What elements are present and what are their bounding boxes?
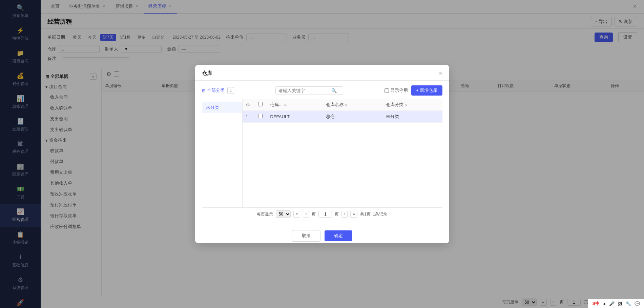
dialog-category-label: 全部分类 — [207, 87, 225, 94]
dialog-actions: 取消 确定 — [195, 225, 449, 243]
dialog-page-word: 页 — [312, 211, 316, 217]
confirm-button[interactable]: 确定 — [325, 230, 352, 241]
dialog-toolbar: ⊞ 全部分类 « 🔍 显示停用 + 新增仓库 — [202, 85, 442, 96]
sort-name-icon: ⇅ — [345, 103, 347, 107]
table-row[interactable]: 1 DEFAULT 总仓 未分类 — [243, 111, 442, 123]
dialog-page-word2: 页 — [335, 211, 339, 217]
taskbar-chat-icon[interactable]: 💬 — [635, 301, 640, 306]
dialog-collapse-btn[interactable]: « — [227, 87, 234, 94]
dialog-prev-page-btn[interactable]: ‹ — [303, 211, 309, 218]
dialog-right-actions: 显示停用 + 新增仓库 — [385, 85, 442, 96]
dialog-col-code-label: 仓库... — [270, 102, 283, 107]
dialog-page-size-select[interactable]: 50 — [276, 210, 291, 218]
dialog-pagination: 每页显示 50 « ‹ 页 页 › » 共1页, 1条记录 — [202, 207, 442, 221]
dialog-col-settings: ⚙ — [243, 99, 255, 111]
dialog-first-page-btn[interactable]: « — [293, 211, 300, 218]
warehouse-dialog: 仓库 × ⊞ 全部分类 « 🔍 — [195, 65, 449, 243]
dialog-select-all[interactable] — [258, 102, 263, 106]
add-warehouse-btn[interactable]: + 新增仓库 — [411, 85, 442, 96]
search-icon: 🔍 — [331, 88, 337, 93]
dialog-content: 未分类 ⚙ 仓库... ⇅ — [202, 99, 442, 207]
dialog-table: ⚙ 仓库... ⇅ 仓库名称 ⇅ — [243, 99, 442, 123]
dialog-sidebar: 未分类 — [202, 99, 243, 207]
sort-code-icon: ⇅ — [284, 103, 287, 107]
show-disabled-checkbox[interactable] — [385, 88, 389, 93]
taskbar-logo: S中 — [592, 301, 600, 307]
dialog-row-settings-btn: 1 — [243, 111, 255, 123]
dialog-header: 仓库 × — [195, 65, 449, 81]
dialog-next-page-btn[interactable]: › — [341, 211, 348, 218]
dialog-sidebar-item-uncategorized[interactable]: 未分类 — [202, 102, 242, 113]
dialog-overlay: 仓库 × ⊞ 全部分类 « 🔍 — [0, 0, 644, 308]
dialog-page-input[interactable] — [318, 211, 332, 218]
show-disabled-label[interactable]: 显示停用 — [385, 87, 408, 94]
dialog-table-header-row: ⚙ 仓库... ⇅ 仓库名称 ⇅ — [243, 99, 442, 111]
dialog-row-category: 未分类 — [382, 111, 442, 123]
show-disabled-text: 显示停用 — [390, 87, 408, 94]
dialog-col-category-label: 仓库分类 — [386, 102, 403, 107]
dialog-total-info: 共1页, 1条记录 — [360, 211, 387, 217]
grid-category-icon: ⊞ — [202, 88, 206, 93]
taskbar: S中 ● 🎤 🖼 🔧 💬 — [588, 299, 644, 308]
taskbar-tool-icon[interactable]: 🔧 — [626, 301, 631, 306]
dialog-search-input[interactable] — [278, 88, 329, 93]
sort-category-icon: ⇅ — [404, 103, 407, 107]
dialog-body: ⊞ 全部分类 « 🔍 显示停用 + 新增仓库 — [195, 81, 449, 225]
dialog-row-code: DEFAULT — [267, 111, 323, 123]
dialog-page-size-label: 每页显示 — [257, 211, 273, 217]
dialog-search[interactable]: 🔍 — [275, 86, 343, 95]
dialog-col-category[interactable]: 仓库分类 ⇅ — [382, 99, 442, 111]
taskbar-image-icon[interactable]: 🖼 — [618, 301, 622, 306]
taskbar-mic-icon[interactable]: 🎤 — [609, 301, 615, 306]
cancel-button[interactable]: 取消 — [292, 230, 320, 242]
dialog-close-btn[interactable]: × — [439, 70, 442, 77]
dialog-row-checkbox[interactable] — [255, 111, 267, 123]
dialog-last-page-btn[interactable]: » — [350, 211, 357, 218]
dialog-left-panel: ⊞ 全部分类 « — [202, 87, 234, 94]
taskbar-dot: ● — [603, 301, 606, 306]
dialog-row-cb-1[interactable] — [258, 114, 263, 118]
dialog-col-checkbox[interactable] — [255, 99, 267, 111]
dialog-category-btn[interactable]: ⊞ 全部分类 — [202, 87, 225, 94]
dialog-title: 仓库 — [202, 70, 212, 77]
dialog-row-name: 总仓 — [323, 111, 382, 123]
dialog-col-name[interactable]: 仓库名称 ⇅ — [323, 99, 382, 111]
dialog-col-name-label: 仓库名称 — [326, 102, 344, 107]
dialog-col-code[interactable]: 仓库... ⇅ — [267, 99, 323, 111]
dialog-table-area: ⚙ 仓库... ⇅ 仓库名称 ⇅ — [243, 99, 442, 207]
